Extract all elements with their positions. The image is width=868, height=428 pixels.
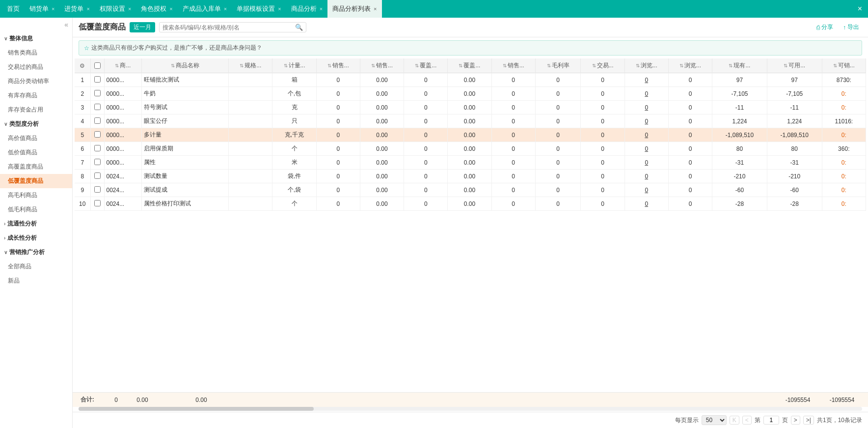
- sidebar-item-low-value[interactable]: 低价值商品: [0, 145, 72, 160]
- close-icon[interactable]: ×: [169, 6, 172, 12]
- browse-link[interactable]: 0: [645, 145, 648, 152]
- first-page-button[interactable]: K: [730, 416, 739, 425]
- close-icon[interactable]: ×: [320, 6, 323, 12]
- nav-tab-sales[interactable]: 销货单 ×: [25, 0, 59, 18]
- browse-link[interactable]: 0: [645, 104, 648, 111]
- row-select-checkbox[interactable]: [94, 172, 101, 179]
- row-browse1[interactable]: 0: [624, 156, 668, 170]
- row-browse1[interactable]: 0: [624, 114, 668, 128]
- close-icon[interactable]: ×: [224, 6, 227, 12]
- row-browse1[interactable]: 0: [624, 73, 668, 87]
- checkbox-column-header[interactable]: [90, 58, 104, 73]
- sidebar-item-in-stock-goods[interactable]: 有库存商品: [0, 88, 72, 103]
- share-button[interactable]: ⎙ 分享: [814, 22, 836, 33]
- sidebar-item-high-value[interactable]: 高价值商品: [0, 131, 72, 145]
- browse-link[interactable]: 0: [645, 200, 648, 207]
- last-page-button[interactable]: >|: [803, 416, 814, 425]
- nav-tab-roles[interactable]: 角色授权 ×: [136, 0, 177, 18]
- nav-tab-permissions[interactable]: 权限设置 ×: [95, 0, 136, 18]
- row-name: 牛奶: [142, 87, 229, 101]
- search-icon[interactable]: 🔍: [295, 24, 303, 31]
- nav-tab-finished-goods[interactable]: 产成品入库单 ×: [178, 0, 232, 18]
- page-size-select[interactable]: 50 10 20 100: [702, 415, 727, 425]
- browse-link[interactable]: 0: [645, 118, 648, 125]
- row-checkbox[interactable]: [90, 183, 104, 197]
- row-select-checkbox[interactable]: [94, 186, 101, 193]
- close-icon[interactable]: ×: [374, 6, 377, 12]
- prev-page-button[interactable]: <: [742, 416, 752, 425]
- row-checkbox[interactable]: [90, 87, 104, 101]
- close-icon[interactable]: ×: [128, 6, 131, 12]
- chevron-right-icon: ›: [4, 221, 5, 227]
- sidebar-item-high-gross-margin[interactable]: 高毛利商品: [0, 188, 72, 202]
- row-browse1[interactable]: 0: [624, 142, 668, 156]
- browse-link[interactable]: 0: [645, 173, 648, 180]
- row-select-checkbox[interactable]: [94, 131, 101, 138]
- sidebar-item-capital-occupation[interactable]: 库存资金占用: [0, 103, 72, 117]
- window-close-button[interactable]: ×: [854, 4, 866, 13]
- browse-link[interactable]: 0: [645, 187, 648, 194]
- table-wrapper[interactable]: ⚙ ⇅商... ⇅商品名称 ⇅规格... ⇅计量... ⇅销售... ⇅销售..…: [75, 58, 866, 392]
- browse-link[interactable]: 0: [645, 77, 648, 84]
- settings-icon[interactable]: ⚙: [80, 62, 85, 69]
- search-input[interactable]: [163, 24, 295, 31]
- sidebar-item-sales-goods[interactable]: 销售类商品: [0, 46, 72, 60]
- close-icon[interactable]: ×: [86, 6, 89, 12]
- row-checkbox[interactable]: [90, 128, 104, 142]
- close-icon[interactable]: ×: [52, 6, 54, 12]
- row-browse1[interactable]: 0: [624, 197, 668, 211]
- row-select-checkbox[interactable]: [94, 117, 101, 124]
- browse-link[interactable]: 0: [645, 132, 648, 139]
- row-browse1[interactable]: 0: [624, 101, 668, 114]
- nav-tab-template[interactable]: 单据模板设置 ×: [232, 0, 286, 18]
- time-filter-button[interactable]: 近一月: [130, 22, 155, 32]
- sidebar-group-liquidity[interactable]: › 流通性分析: [0, 217, 72, 231]
- next-page-button[interactable]: >: [791, 416, 800, 425]
- row-browse1[interactable]: 0: [624, 87, 668, 101]
- sidebar-group-type-analysis[interactable]: ∨ 类型度分析: [0, 117, 72, 131]
- row-checkbox[interactable]: [90, 114, 104, 128]
- row-select-checkbox[interactable]: [94, 159, 101, 165]
- nav-tab-home[interactable]: 首页: [2, 0, 25, 18]
- row-select-checkbox[interactable]: [94, 145, 101, 151]
- row-select-checkbox[interactable]: [94, 76, 101, 83]
- row-checkbox[interactable]: [90, 142, 104, 156]
- horizontal-scrollbar[interactable]: [79, 407, 862, 411]
- row-browse1[interactable]: 0: [624, 128, 668, 142]
- row-select-checkbox[interactable]: [94, 90, 101, 96]
- row-select-checkbox[interactable]: [94, 104, 101, 110]
- row-checkbox[interactable]: [90, 156, 104, 170]
- settings-column-header[interactable]: ⚙: [75, 58, 90, 73]
- row-browse2: 0: [668, 170, 712, 183]
- sidebar-item-low-coverage[interactable]: 低覆盖度商品: [0, 174, 72, 188]
- sidebar-collapse-button[interactable]: «: [0, 18, 72, 31]
- row-checkbox[interactable]: [90, 73, 104, 87]
- sidebar-item-high-coverage[interactable]: 高覆盖度商品: [0, 160, 72, 174]
- sidebar-item-low-gross-margin[interactable]: 低毛利商品: [0, 202, 72, 217]
- sidebar-group-marketing[interactable]: ∨ 营销推广分析: [0, 245, 72, 259]
- nav-tab-goods-analysis-list[interactable]: 商品分析列表 ×: [327, 0, 381, 18]
- scrollbar-thumb[interactable]: [79, 407, 314, 411]
- row-checkbox[interactable]: [90, 101, 104, 114]
- row-browse1[interactable]: 0: [624, 183, 668, 197]
- row-browse1[interactable]: 0: [624, 170, 668, 183]
- sidebar-item-all-goods[interactable]: 全部商品: [0, 259, 72, 274]
- nav-tab-purchase[interactable]: 进货单 ×: [59, 0, 94, 18]
- row-select-checkbox[interactable]: [94, 200, 101, 206]
- row-checkbox[interactable]: [90, 197, 104, 211]
- export-button[interactable]: ↑ 导出: [840, 22, 862, 33]
- browse-link[interactable]: 0: [645, 90, 648, 97]
- sidebar-item-traded-goods[interactable]: 交易过的商品: [0, 60, 72, 74]
- sidebar-group-overview[interactable]: ∨ 整体信息: [0, 31, 72, 46]
- close-icon[interactable]: ×: [278, 6, 281, 12]
- browse-link[interactable]: 0: [645, 159, 648, 166]
- sidebar-group-growth[interactable]: › 成长性分析: [0, 231, 72, 245]
- sidebar-item-category-rate[interactable]: 商品分类动销率: [0, 74, 72, 88]
- row-sales-qty: 0: [316, 73, 360, 87]
- sidebar-item-new-goods[interactable]: 新品: [0, 274, 72, 288]
- page-number-input[interactable]: [763, 416, 779, 425]
- row-checkbox[interactable]: [90, 170, 104, 183]
- select-all-checkbox[interactable]: [94, 62, 101, 69]
- nav-tab-goods-analysis[interactable]: 商品分析 ×: [286, 0, 327, 18]
- row-trade: 0: [581, 73, 624, 87]
